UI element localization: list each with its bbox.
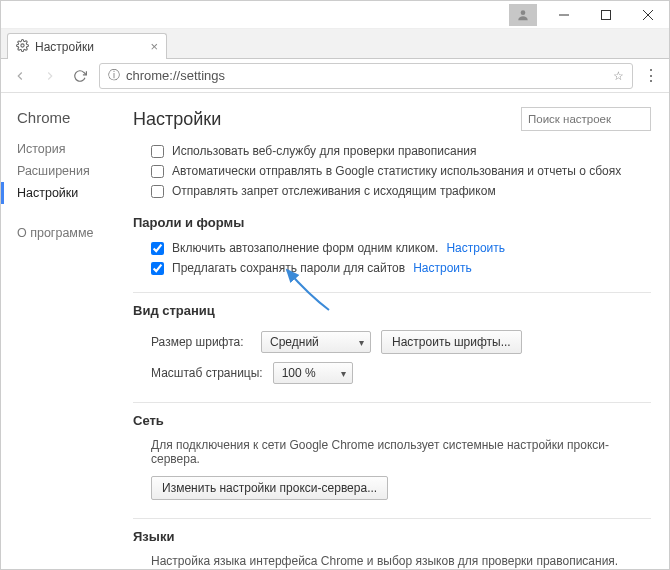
tab-strip: Настройки ×: [1, 29, 669, 59]
info-icon[interactable]: ⓘ: [108, 67, 120, 84]
section-heading: Пароли и формы: [133, 215, 651, 230]
divider: [133, 402, 651, 403]
customize-fonts-button[interactable]: Настроить шрифты...: [381, 330, 522, 354]
checkbox-save-passwords[interactable]: [151, 262, 164, 275]
sidebar-item-extensions[interactable]: Расширения: [17, 160, 119, 182]
tab-settings[interactable]: Настройки ×: [7, 33, 167, 59]
privacy-section-tail: Использовать веб-службу для проверки пра…: [133, 141, 651, 201]
autofill-configure-link[interactable]: Настроить: [446, 241, 505, 255]
section-heading: Вид страниц: [133, 303, 651, 318]
page-zoom-select[interactable]: 100 %: [273, 362, 353, 384]
languages-desc-text: Настройка языка интерфейса Chrome и выбо…: [151, 554, 618, 568]
settings-main: Настройки Использовать веб-службу для пр…: [119, 93, 669, 570]
languages-desc: Настройка языка интерфейса Chrome и выбо…: [133, 552, 651, 570]
font-size-label: Размер шрифта:: [151, 335, 251, 349]
select-value: 100 %: [282, 366, 316, 380]
passwords-configure-link[interactable]: Настроить: [413, 261, 472, 275]
option-label: Автоматически отправлять в Google статис…: [172, 164, 621, 178]
minimize-button[interactable]: [543, 1, 585, 29]
option-do-not-track[interactable]: Отправлять запрет отслеживания с исходящ…: [133, 181, 651, 201]
sidebar-item-about[interactable]: О программе: [17, 222, 119, 244]
user-profile-badge[interactable]: [509, 4, 537, 26]
option-label: Использовать веб-службу для проверки пра…: [172, 144, 476, 158]
chrome-menu-button[interactable]: ⋮: [641, 66, 661, 85]
back-button[interactable]: [9, 65, 31, 87]
network-section: Сеть Для подключения к сети Google Chrom…: [133, 413, 651, 504]
toolbar: ⓘ ☆ ⋮: [1, 59, 669, 93]
divider: [133, 292, 651, 293]
forward-button[interactable]: [39, 65, 61, 87]
languages-section: Языки Настройка языка интерфейса Chrome …: [133, 529, 651, 570]
option-spellcheck-web[interactable]: Использовать веб-службу для проверки пра…: [133, 141, 651, 161]
passwords-section: Пароли и формы Включить автозаполнение ф…: [133, 215, 651, 278]
appearance-section: Вид страниц Размер шрифта: Средний Настр…: [133, 303, 651, 388]
tab-title: Настройки: [35, 40, 94, 54]
svg-point-5: [21, 43, 24, 46]
tab-close-icon[interactable]: ×: [150, 39, 158, 54]
sidebar-brand: Chrome: [17, 109, 119, 126]
url-input[interactable]: [126, 68, 607, 83]
option-save-passwords[interactable]: Предлагать сохранять пароли для сайтов Н…: [133, 258, 651, 278]
gear-icon: [16, 39, 29, 55]
window-titlebar: [1, 1, 669, 29]
proxy-settings-button[interactable]: Изменить настройки прокси-сервера...: [151, 476, 388, 500]
option-label: Предлагать сохранять пароли для сайтов: [172, 261, 405, 275]
settings-page: Chrome История Расширения Настройки О пр…: [1, 93, 669, 570]
divider: [133, 518, 651, 519]
sidebar-item-history[interactable]: История: [17, 138, 119, 160]
bookmark-star-icon[interactable]: ☆: [613, 69, 624, 83]
search-settings-input[interactable]: [521, 107, 651, 131]
select-value: Средний: [270, 335, 319, 349]
network-desc: Для подключения к сети Google Chrome исп…: [133, 436, 651, 472]
page-zoom-label: Масштаб страницы:: [151, 366, 263, 380]
font-size-select[interactable]: Средний: [261, 331, 371, 353]
close-button[interactable]: [627, 1, 669, 29]
svg-rect-2: [602, 10, 611, 19]
checkbox-spellcheck[interactable]: [151, 145, 164, 158]
maximize-button[interactable]: [585, 1, 627, 29]
checkbox-usage-stats[interactable]: [151, 165, 164, 178]
section-heading: Языки: [133, 529, 651, 544]
sidebar-item-settings[interactable]: Настройки: [1, 182, 119, 204]
section-heading: Сеть: [133, 413, 651, 428]
page-title: Настройки: [133, 109, 221, 130]
svg-point-0: [521, 10, 526, 15]
option-usage-stats[interactable]: Автоматически отправлять в Google статис…: [133, 161, 651, 181]
option-label: Включить автозаполнение форм одним клико…: [172, 241, 438, 255]
reload-button[interactable]: [69, 65, 91, 87]
checkbox-dnt[interactable]: [151, 185, 164, 198]
option-label: Отправлять запрет отслеживания с исходящ…: [172, 184, 496, 198]
address-bar[interactable]: ⓘ ☆: [99, 63, 633, 89]
checkbox-autofill[interactable]: [151, 242, 164, 255]
settings-sidebar: Chrome История Расширения Настройки О пр…: [1, 93, 119, 570]
option-autofill[interactable]: Включить автозаполнение форм одним клико…: [133, 238, 651, 258]
